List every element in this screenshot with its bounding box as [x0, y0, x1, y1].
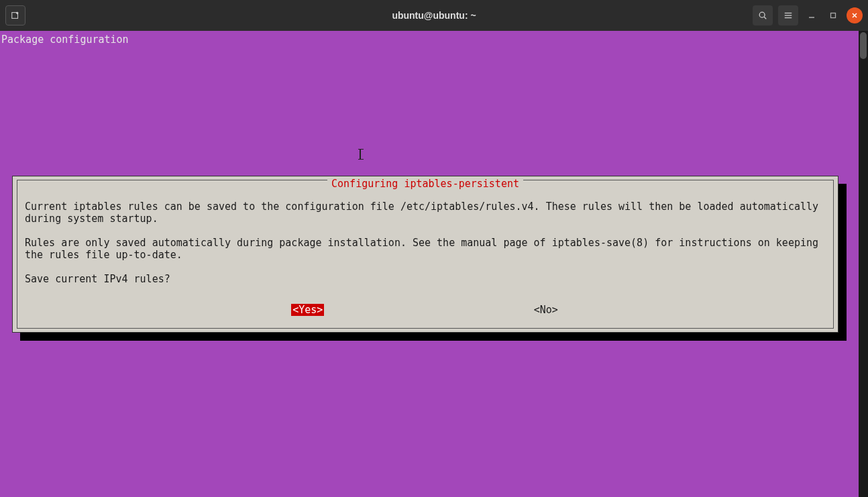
- dialog-title: Configuring iptables-persistent: [327, 178, 523, 190]
- dialog-paragraph-2: Rules are only saved automatically durin…: [25, 237, 826, 261]
- maximize-icon: [830, 12, 836, 19]
- search-button[interactable]: [753, 5, 773, 25]
- titlebar-right-controls: [753, 5, 863, 25]
- dialog-paragraph-1: Current iptables rules can be saved to t…: [25, 201, 826, 225]
- window-title: ubuntu@ubuntu: ~: [392, 10, 476, 21]
- dialog-question: Save current IPv4 rules?: [25, 273, 826, 285]
- terminal-area[interactable]: Package configuration Configuring iptabl…: [0, 31, 868, 497]
- no-button[interactable]: <No>: [533, 304, 559, 316]
- minimize-icon: [808, 12, 815, 19]
- close-icon: [851, 12, 858, 19]
- dialog-body: Current iptables rules can be saved to t…: [25, 201, 826, 297]
- svg-point-3: [759, 12, 765, 17]
- terminal-content: Package configuration Configuring iptabl…: [0, 31, 859, 497]
- new-tab-button[interactable]: [5, 5, 25, 25]
- search-icon: [758, 11, 767, 20]
- scrollbar-track[interactable]: [859, 31, 868, 497]
- config-dialog: Configuring iptables-persistent Current …: [12, 176, 838, 333]
- package-config-header: Package configuration: [1, 34, 129, 46]
- yes-button[interactable]: <Yes>: [291, 304, 324, 316]
- minimize-button[interactable]: [804, 7, 820, 23]
- menu-button[interactable]: [778, 5, 798, 25]
- new-tab-icon: [11, 11, 20, 20]
- scrollbar-thumb[interactable]: [860, 32, 867, 59]
- hamburger-icon: [783, 11, 793, 20]
- svg-rect-9: [831, 13, 836, 18]
- close-button[interactable]: [847, 7, 863, 23]
- svg-line-4: [764, 17, 766, 19]
- text-cursor-icon: [360, 149, 361, 160]
- titlebar: ubuntu@ubuntu: ~: [0, 0, 868, 31]
- dialog-button-row: <Yes> <No>: [13, 304, 838, 316]
- maximize-button[interactable]: [825, 7, 841, 23]
